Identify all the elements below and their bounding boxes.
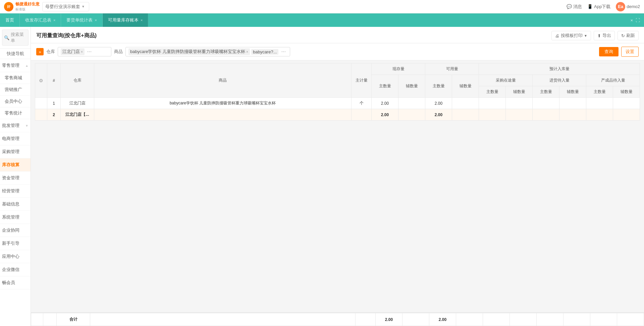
export-button[interactable]: ⬆ 导出 [594,31,615,40]
th-settings: ⚙ [35,63,47,98]
user-profile[interactable]: Ea demo2 [616,2,640,11]
sidebar-item-enterprise[interactable]: 企业协同 [0,224,31,237]
cell-purchase-main [479,109,506,121]
sidebar-item-member[interactable]: 会员中心 [0,96,31,107]
data-table: ⚙ # 仓库 商品 主计量 现存量 可用量 预计入库量 主数量 辅数量 主数量 [35,63,640,121]
cell-stock-main: 2.00 [372,109,398,121]
tab-shoufacun[interactable]: 收发存汇总表 × [20,13,61,27]
sidebar-item-quicknav[interactable]: 零售商城 快捷导航 [0,49,31,59]
tab-close-icon[interactable]: × [141,18,143,22]
th-avail-aux: 辅数量 [452,75,479,98]
page-header: 可用量查询(按仓库+商品) 🖨 按模板打印 ▼ ⬆ 导出 ↻ 刷新 [31,27,644,43]
sidebar-item-system[interactable]: 系统管理 [0,211,31,224]
sidebar-item-basicinfo[interactable]: 基础信息 [0,198,31,211]
warehouse-filter-input[interactable]: 江北门店 × ··· [58,47,111,56]
cell-avail-aux [452,109,479,121]
footer-table: 合计 2.00 2.00 [31,313,644,326]
th-available-group: 可用量 [425,63,479,75]
th-warehouse: 仓库 [61,63,94,98]
sidebar-item-ecommerce[interactable]: 电商管理 [0,132,31,145]
cell-purchase-aux [506,98,533,109]
settings-button[interactable]: 设置 [621,47,639,57]
app-download-button[interactable]: 📱 App下载 [587,4,610,10]
sidebar-item-purchase[interactable]: 采购管理 [0,145,31,158]
sidebar-item-marketing[interactable]: 营销推广 [0,84,31,96]
print-button[interactable]: 🖨 按模板打印 ▼ [551,31,591,40]
tab-close-icon[interactable]: × [53,18,55,22]
sidebar-item-retail-mall[interactable]: 零售商城 [0,72,31,84]
footer-stock-main: 2.00 [376,313,402,326]
tab-close-icon[interactable]: × [95,18,97,22]
sidebar-item-business[interactable]: 经营管理 [0,185,31,198]
nav-tabs: 首页 收发存汇总表 × 要货单统计表 × 可用量库存账本 × × ⛶ [0,13,644,27]
cell-stock-aux [398,98,425,109]
th-product-main: 主数量 [586,86,613,98]
tag-close-icon[interactable]: × [246,50,248,54]
cell-incoming-aux [559,98,586,109]
sidebar-item-retail-stats[interactable]: 零售统计 [0,107,31,119]
cell-product: babycare学饮杯 儿童防摔防撞吸管杯重力球吸嘴杯宝宝水杯 [94,98,352,109]
sidebar-item-retail-mgmt[interactable]: 零售管理 ▲ [0,59,31,72]
th-product-sub: 产成品待入量 [586,75,640,86]
th-incoming-main: 主数量 [533,86,559,98]
th-incoming-aux: 辅数量 [559,86,586,98]
cell-unit: 个 [352,98,372,109]
cell-unit [352,109,372,121]
print-icon: 🖨 [555,33,559,38]
cell-no: 1 [47,98,61,109]
cell-settings [35,98,47,109]
tab-home[interactable]: 首页 [0,13,20,27]
table-row: 1 江北门店 babycare学饮杯 儿童防摔防撞吸管杯重力球吸嘴杯宝宝水杯 个… [35,98,640,109]
sidebar-search-area: 🔍 搜索菜单 [0,27,31,49]
cell-incoming-aux [559,109,586,121]
cell-avail-aux [452,98,479,109]
footer-stock-aux [402,313,429,326]
maximize-icon[interactable]: ⛶ [636,18,640,23]
table-container: ⚙ # 仓库 商品 主计量 现存量 可用量 预计入库量 主数量 辅数量 主数量 [31,60,644,312]
refresh-button[interactable]: ↻ 刷新 [618,31,639,40]
top-bar: 好 畅捷通好生意 标准版 母婴行业演示账套 ▼ 💬 消息 📱 App下载 Ea … [0,0,644,13]
filter-expand-button[interactable]: » [36,48,44,55]
footer-incoming-aux [564,313,590,326]
product-tag-1: babycare学饮杯 儿童防摔防撞吸管杯重力球吸嘴杯宝宝水杯 × [128,48,250,55]
cell-product-main [586,98,613,109]
tab-keyongliang[interactable]: 可用量库存账本 × [103,13,148,27]
gear-icon[interactable]: ⚙ [38,77,45,84]
th-incoming-sub: 进货待入量 [533,75,586,86]
sidebar-item-wholesale-mgmt[interactable]: 批发管理 ▼ [0,119,31,132]
cell-avail-main: 2.00 [425,98,452,109]
sidebar-item-inventory[interactable]: 库存核算 [0,158,31,172]
footer-product-aux [617,313,644,326]
close-all-icon[interactable]: × [630,18,633,23]
tag-close-icon[interactable]: × [81,50,83,54]
msg-button[interactable]: 💬 消息 [567,4,582,10]
sidebar-item-member2[interactable]: 畅会员 [0,276,31,289]
tab-yaohuo[interactable]: 要货单统计表 × [61,13,102,27]
more-options-icon[interactable]: ··· [86,49,93,55]
cell-product-main [586,109,613,121]
phone-icon: 📱 [587,4,593,9]
search-button[interactable]: 🔍 搜索菜单 [2,30,29,46]
chevron-down-icon: ▼ [584,34,587,38]
top-bar-left: 好 畅捷通好生意 标准版 母婴行业演示账套 ▼ [4,1,89,12]
footer-label: 合计 [57,313,90,326]
footer-product-main [590,313,617,326]
top-bar-right: 💬 消息 📱 App下载 Ea demo2 [567,2,640,11]
th-no: # [47,63,61,98]
sidebar-item-wecom[interactable]: 企业微信 [0,263,31,276]
footer-purchase-main [483,313,510,326]
product-tag-2: babycare?... [251,49,279,55]
industry-selector[interactable]: 母婴行业演示账套 ▼ [42,2,89,11]
product-filter-input[interactable]: babycare学饮杯 儿童防摔防撞吸管杯重力球吸嘴杯宝宝水杯 × babyca… [125,47,290,56]
table-footer: 合计 2.00 2.00 [31,312,644,326]
cell-no: 2 [47,109,61,121]
th-avail-main: 主数量 [425,75,452,98]
logo-icon: 好 [4,2,13,11]
sidebar-item-finance[interactable]: 资金管理 [0,172,31,185]
sidebar-item-appcenter[interactable]: 应用中心 [0,250,31,263]
content-area: 可用量查询(按仓库+商品) 🖨 按模板打印 ▼ ⬆ 导出 ↻ 刷新 [31,27,644,326]
sidebar-item-newguide[interactable]: 新手引导 [0,237,31,250]
query-button[interactable]: 查询 [599,47,619,56]
more-options-icon2[interactable]: ··· [280,49,287,55]
th-forecast-group: 预计入库量 [479,63,640,75]
